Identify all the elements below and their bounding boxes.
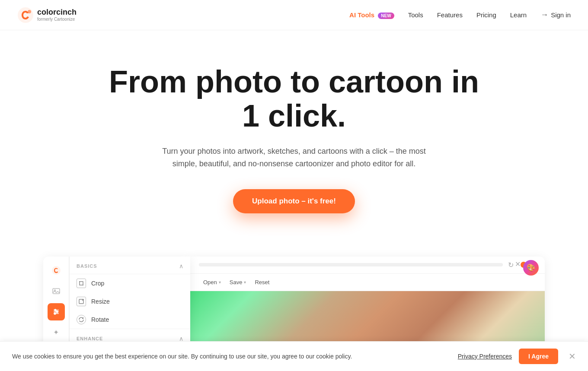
sidebar-icon-sparkle[interactable]: ✦	[48, 324, 65, 341]
logo[interactable]: colorcinch formerly Cartoonize	[17, 7, 77, 23]
logo-name: colorcinch	[37, 8, 77, 17]
new-badge: NEW	[378, 13, 394, 19]
nav-links: AI Tools NEW Tools Features Pricing Lear…	[349, 10, 571, 19]
svg-point-2	[52, 266, 61, 275]
sidebar-item-crop[interactable]: Crop	[70, 274, 190, 292]
cookie-actions: Privacy Preferences I Agree ✕	[458, 349, 576, 360]
crop-label: Crop	[91, 280, 104, 287]
svg-point-8	[54, 309, 56, 311]
navbar: colorcinch formerly Cartoonize AI Tools …	[0, 0, 588, 30]
svg-point-9	[56, 311, 58, 313]
editor-toolbar: ↻	[190, 257, 545, 274]
privacy-prefs-link[interactable]: Privacy Preferences	[458, 353, 512, 360]
open-chevron-icon: ▾	[219, 280, 221, 285]
svg-point-10	[54, 313, 56, 314]
nav-link-pricing[interactable]: Pricing	[476, 11, 496, 19]
sidebar-basics-header: BASICS ∧	[70, 257, 190, 274]
nav-link-ai-tools[interactable]: AI Tools NEW	[349, 11, 394, 19]
rotate-tool-icon	[77, 315, 86, 324]
sidebar-icon-image[interactable]	[48, 282, 65, 300]
svg-point-1	[28, 10, 31, 13]
signin-icon: →	[540, 10, 548, 19]
nav-link-tools[interactable]: Tools	[408, 11, 423, 19]
hero-title: From photo to cartoon in 1 click.	[99, 65, 489, 133]
save-button[interactable]: Save ▾	[225, 277, 251, 287]
sidebar-item-rotate[interactable]: Rotate	[70, 311, 190, 329]
resize-label: Resize	[91, 298, 110, 305]
resize-tool-icon	[77, 297, 86, 306]
signin-button[interactable]: → Sign in	[540, 10, 571, 19]
nav-link-features[interactable]: Features	[437, 11, 463, 19]
nav-link-learn[interactable]: Learn	[510, 11, 527, 19]
progress-bar	[199, 263, 503, 266]
svg-point-0	[18, 7, 33, 23]
crop-tool-icon	[77, 279, 86, 288]
avatar: 🎨	[523, 260, 539, 276]
logo-text: colorcinch formerly Cartoonize	[37, 8, 77, 22]
logo-icon	[17, 7, 34, 23]
sidebar-icon-adjust[interactable]	[48, 303, 65, 320]
cookie-banner: We use cookies to ensure you get the bes…	[0, 341, 588, 360]
logo-sub: formerly Cartoonize	[37, 17, 77, 22]
cookie-text: We use cookies to ensure you get the bes…	[12, 353, 458, 360]
basics-chevron-icon: ∧	[179, 263, 183, 270]
editor-actions: Open ▾ Save ▾ Reset 🎨 ✕	[190, 274, 545, 291]
cookie-agree-button[interactable]: I Agree	[519, 349, 558, 360]
rotate-label: Rotate	[91, 316, 109, 323]
sidebar-item-resize[interactable]: Resize	[70, 292, 190, 311]
close-icon[interactable]: ✕	[515, 260, 521, 268]
cookie-close-button[interactable]: ✕	[569, 351, 576, 360]
hero-section: From photo to cartoon in 1 click. Turn y…	[0, 30, 588, 231]
open-button[interactable]: Open ▾	[199, 277, 225, 287]
upload-button[interactable]: Upload photo – it's free!	[233, 189, 355, 213]
save-chevron-icon: ▾	[244, 280, 246, 285]
hero-subtitle: Turn your photos into artwork, sketches,…	[151, 145, 437, 170]
sidebar-icon-logo[interactable]	[48, 262, 65, 279]
reload-icon[interactable]: ↻	[508, 261, 514, 269]
reset-button[interactable]: Reset	[250, 277, 274, 287]
